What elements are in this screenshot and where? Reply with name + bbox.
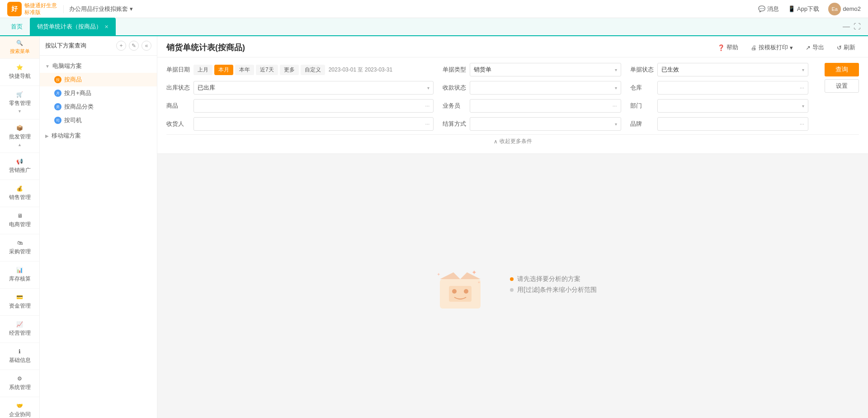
warehouse-input[interactable]: ··· <box>657 81 808 95</box>
chevron-down-icon: ▾ <box>130 5 133 12</box>
date-btn-7days[interactable]: 近7天 <box>256 65 278 75</box>
tree-item-by-category[interactable]: 类 按商品分类 <box>40 100 157 114</box>
product-dots-icon: ··· <box>425 103 429 109</box>
sidebar-item-marketing[interactable]: 📢 营销推广 <box>0 153 39 180</box>
template-print-btn[interactable]: 🖨 按模板打印 ▾ <box>747 42 797 53</box>
sidebar-item-operations[interactable]: 📈 经营管理 <box>0 316 39 343</box>
date-label: 单据日期 <box>166 66 193 74</box>
department-arrow-icon: ▾ <box>802 104 804 109</box>
filter-collapse-btn[interactable]: « <box>142 41 151 51</box>
marketing-icon: 📢 <box>16 158 23 165</box>
out-status-select[interactable]: 已出库 ▾ <box>193 81 434 95</box>
avatar: Ea <box>828 3 841 15</box>
operations-icon: 📈 <box>16 321 23 328</box>
tree-item-by-product[interactable]: 按 按商品 <box>40 73 157 86</box>
logo-text: 畅捷通好生意 标准版 <box>24 2 57 15</box>
topbar-left: 好 畅捷通好生意 标准版 办公用品行业模拟账套 ▾ <box>7 2 133 16</box>
sales-icon: 💰 <box>16 185 23 192</box>
doc-status-select[interactable]: 已生效 ▾ <box>657 63 808 76</box>
tree-item-icon-category: 类 <box>54 103 61 110</box>
receiver-label: 收货人 <box>166 120 193 128</box>
product-input[interactable]: ··· <box>193 99 434 113</box>
sidebar-item-inventory[interactable]: 📊 库存核算 <box>0 261 39 289</box>
sidebar-item-ecommerce[interactable]: 🖥 电商管理 <box>0 207 39 234</box>
sidebar-item-finance[interactable]: 💳 资金管理 <box>0 289 39 316</box>
date-btn-custom[interactable]: 自定义 <box>301 65 325 75</box>
sidebar-item-purchase[interactable]: 🛍 采购管理 <box>0 234 39 261</box>
salesperson-input[interactable]: ··· <box>470 99 621 113</box>
sidebar-item-wholesale[interactable]: 📦 批发管理 ▲ <box>0 119 39 153</box>
sidebar-item-system[interactable]: ⚙ 系统管理 <box>0 370 39 397</box>
form-field-warehouse: 仓库 ··· <box>630 81 808 95</box>
refresh-icon: ↺ <box>837 44 842 51</box>
topbar: 好 畅捷通好生意 标准版 办公用品行业模拟账套 ▾ 💬 消息 📱 App下载 E… <box>0 0 868 18</box>
svg-point-3 <box>464 289 468 294</box>
receipt-status-label: 收款状态 <box>443 84 470 92</box>
filter-panel-title: 按以下方案查询 <box>45 42 86 50</box>
tree-group-pc: ▼ 电脑端方案 按 按商品 月 按月+商品 <box>40 59 157 127</box>
brand-input[interactable]: ··· <box>657 117 808 131</box>
out-status-arrow-icon: ▾ <box>427 86 429 90</box>
chevron-right-icon: ▶ <box>45 133 49 138</box>
setting-button[interactable]: 设置 <box>825 79 859 93</box>
tab-home[interactable]: 首页 <box>4 18 30 36</box>
date-btn-more[interactable]: 更多 <box>280 65 299 75</box>
filter-add-btn[interactable]: + <box>116 41 126 51</box>
tree-item-icon-month: 月 <box>54 90 61 97</box>
tree-group-mobile: ▶ 移动端方案 <box>40 129 157 142</box>
tab-sales-report[interactable]: 销货单统计表（按商品） ✕ <box>30 18 116 36</box>
collapse-icon: ∧ <box>494 138 498 145</box>
sidebar-item-retail[interactable]: 🛒 零售管理 ▼ <box>0 86 39 119</box>
tab-minimize-icon[interactable]: — <box>843 23 850 31</box>
tree-group-pc-header[interactable]: ▼ 电脑端方案 <box>40 59 157 73</box>
receiver-input[interactable]: ··· <box>193 117 434 131</box>
sidebar-search[interactable]: 🔍 搜索菜单 <box>0 36 39 59</box>
message-btn[interactable]: 💬 消息 <box>758 5 779 13</box>
help-btn[interactable]: ❓ 帮助 <box>714 42 742 53</box>
finance-icon: 💳 <box>16 294 23 300</box>
brand-label: 品牌 <box>630 120 657 128</box>
tab-close-icon[interactable]: ✕ <box>104 24 108 30</box>
tab-maximize-icon[interactable]: ⛶ <box>854 23 861 31</box>
receipt-status-select[interactable]: ▾ <box>470 81 621 95</box>
export-btn[interactable]: ↗ 导出 <box>802 42 828 53</box>
tree-item-by-month-product[interactable]: 月 按月+商品 <box>40 86 157 100</box>
main-panel: 销货单统计表(按商品) ❓ 帮助 🖨 按模板打印 ▾ ↗ 导出 <box>157 36 868 418</box>
main-layout: 🔍 搜索菜单 ⭐ 快捷导航 🛒 零售管理 ▼ 📦 批发管理 ▲ 📢 营销推广 💰… <box>0 36 868 418</box>
user-profile[interactable]: Ea demo2 <box>828 3 861 15</box>
tree-section: ▼ 电脑端方案 按 按商品 月 按月+商品 <box>40 56 157 148</box>
sidebar-item-basic[interactable]: ℹ 基础信息 <box>0 343 39 370</box>
doc-status-arrow-icon: ▾ <box>802 67 804 72</box>
purchase-icon: 🛍 <box>17 240 23 246</box>
tree-item-icon-driver: 司 <box>54 117 61 124</box>
filter-panel: 按以下方案查询 + ✎ « ▼ 电脑端方案 按 <box>40 36 157 418</box>
tree-item-by-driver[interactable]: 司 按司机 <box>40 114 157 127</box>
sidebar-item-enterprise[interactable]: 🤝 企业协同 <box>0 397 39 418</box>
download-icon: 📱 <box>788 5 795 12</box>
warehouse-dots-icon: ··· <box>800 85 804 91</box>
empty-hint-1: 请先选择要分析的方案 <box>510 275 597 283</box>
query-button[interactable]: 查询 <box>825 63 859 76</box>
app-download-btn[interactable]: 📱 App下载 <box>788 5 819 13</box>
empty-hints: 请先选择要分析的方案 用[过滤]条件来缩小分析范围 <box>510 275 597 297</box>
sidebar-shortcut[interactable]: ⭐ 快捷导航 <box>0 59 39 86</box>
filter-edit-btn[interactable]: ✎ <box>129 41 139 51</box>
form-row-2: 出库状态 已出库 ▾ 收款状态 ▾ <box>166 81 808 95</box>
date-btn-current-year[interactable]: 本年 <box>235 65 254 75</box>
shortcut-icon: ⭐ <box>16 64 23 71</box>
date-btn-last-month[interactable]: 上月 <box>193 65 212 75</box>
tree-group-mobile-header[interactable]: ▶ 移动端方案 <box>40 129 157 142</box>
date-btn-current-month[interactable]: 本月 <box>214 65 233 75</box>
industry-selector[interactable]: 办公用品行业模拟账套 ▾ <box>63 5 133 13</box>
retail-icon: 🛒 <box>16 91 23 98</box>
department-select[interactable]: ▾ <box>657 99 808 113</box>
doc-type-select[interactable]: 销货单 ▾ <box>470 63 621 76</box>
export-icon: ↗ <box>806 44 811 51</box>
refresh-btn[interactable]: ↺ 刷新 <box>833 42 859 53</box>
ecommerce-icon: 🖥 <box>17 213 23 219</box>
enterprise-icon: 🤝 <box>16 403 23 409</box>
wholesale-icon: 📦 <box>16 125 23 131</box>
payment-select[interactable]: ▾ <box>470 117 621 131</box>
sidebar-item-sales[interactable]: 💰 销售管理 <box>0 180 39 207</box>
collapse-bar[interactable]: ∧ 收起更多条件 <box>166 134 859 148</box>
